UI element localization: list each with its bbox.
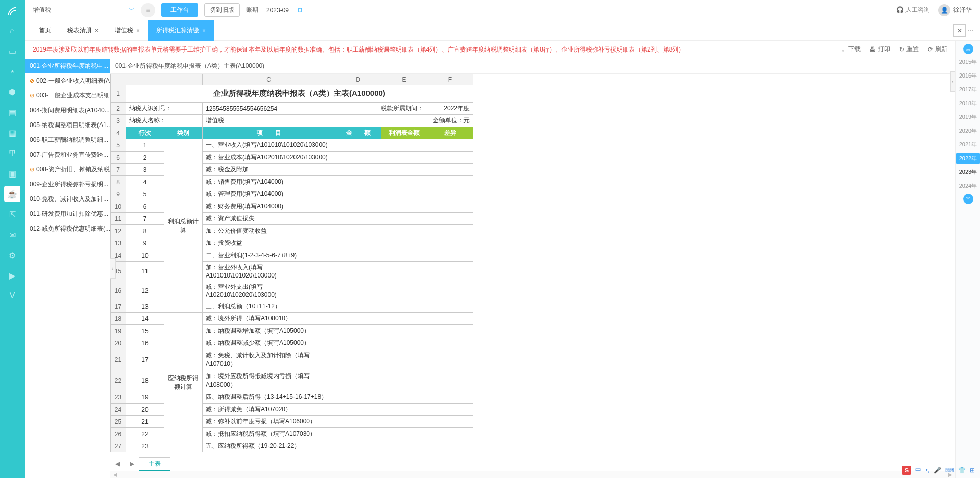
period-value[interactable]: 2023-09 (266, 7, 289, 14)
collapse-left-icon[interactable]: ‹ (110, 258, 116, 279)
close-icon[interactable]: × (95, 27, 99, 34)
rail-export-icon[interactable]: ⇱ (4, 206, 20, 222)
collapse-right-icon[interactable]: › (950, 71, 955, 92)
close-icon[interactable]: × (202, 27, 206, 34)
year-2022年[interactable]: 2022年 (956, 153, 980, 164)
ime-skin-icon[interactable]: 👕 (958, 467, 966, 474)
workbench-button[interactable]: 工作台 (161, 3, 198, 17)
rail-chart-icon[interactable]: ⭑ (4, 63, 20, 80)
year-up-icon[interactable]: ︽ (963, 44, 973, 54)
form-nav-item[interactable]: 011-研发费用加计扣除优惠... (24, 207, 110, 221)
rail-grid-icon[interactable]: ▣ (4, 165, 20, 182)
year-2020年[interactable]: 2020年 (956, 125, 980, 137)
year-2015年[interactable]: 2015年 (956, 56, 980, 68)
toolbar: ⭳ 下载 🖶 打印 ↻ 重置 ⟳ 刷新 (840, 45, 947, 54)
close-icon[interactable]: × (136, 27, 140, 34)
form-nav-item[interactable]: ⊘008-资产折旧、摊销及纳税... (24, 162, 110, 177)
tab-增值税[interactable]: 增值税× (107, 20, 148, 41)
rail-bag-icon[interactable]: ⬢ (4, 84, 20, 100)
ime-punct-icon[interactable]: •, (925, 467, 929, 474)
form-nav-item[interactable]: ⊘003-一般企业成本支出明细... (24, 88, 110, 103)
rail-file-icon[interactable]: ▤ (4, 104, 20, 120)
rail-v-icon[interactable]: V (4, 288, 20, 304)
app-logo-icon (5, 4, 19, 18)
ime-lang[interactable]: 中 (915, 466, 921, 475)
form-nav-item[interactable]: 001-企业所得税年度纳税申... (24, 59, 110, 73)
grid-scroll[interactable]: CDEF1企业所得税年度纳税申报表（A类）主表(A100000)2纳税人识别号：… (110, 74, 955, 456)
spreadsheet-grid: CDEF1企业所得税年度纳税申报表（A类）主表(A100000)2纳税人识别号：… (110, 74, 473, 452)
avatar-icon: 👤 (938, 4, 950, 16)
warn-icon: ⊘ (30, 166, 34, 173)
refresh-button[interactable]: ⟳ 刷新 (928, 45, 947, 54)
ime-grid-icon[interactable]: ⊞ (970, 467, 975, 474)
print-button[interactable]: 🖶 打印 (870, 45, 890, 54)
rail-tax-icon[interactable]: ☕ (4, 186, 20, 202)
calendar-icon[interactable]: 🗓 (297, 7, 303, 14)
period-label: 账期 (246, 6, 258, 14)
year-rail: ︽ 2015年2016年2017年2018年2019年2020年2021年202… (955, 41, 980, 478)
sogou-icon[interactable]: S (902, 466, 911, 475)
close-all-tabs-button[interactable]: ✕ (953, 24, 966, 37)
tab-首页[interactable]: 首页 (31, 20, 59, 41)
rail-doc-icon[interactable]: ▭ (4, 43, 20, 59)
rail-mail-icon[interactable]: ✉ (4, 227, 20, 243)
form-nav-item[interactable]: ⊘002-一般企业收入明细表(A1... (24, 73, 110, 88)
rail-calc-icon[interactable]: ▦ (4, 124, 20, 141)
sheet-prev-icon[interactable]: ◀ (110, 460, 125, 467)
year-down-icon[interactable]: ︾ (963, 194, 973, 204)
year-2023年[interactable]: 2023年 (956, 166, 980, 178)
year-2016年[interactable]: 2016年 (956, 70, 980, 82)
rail-t-icon[interactable]: Ͳ (4, 145, 20, 161)
hscroll[interactable]: ◀▶ (110, 471, 955, 478)
sheet-area: ‹ 001-企业所得税年度纳税申报表（A类）主表(A100000) CDEF1企… (110, 59, 955, 478)
tabs-more-icon[interactable]: ⋯ (968, 27, 974, 34)
warn-icon: ⊘ (30, 78, 34, 84)
rail-settings-icon[interactable]: ⚙ (4, 247, 20, 263)
warn-icon: ⊘ (30, 92, 34, 99)
rail-home-icon[interactable]: ⌂ (4, 22, 20, 39)
year-2021年[interactable]: 2021年 (956, 139, 980, 150)
user-name: 徐泽华 (953, 6, 972, 14)
switch-old-button[interactable]: 切到旧版 (204, 3, 240, 17)
sheet-tab-main[interactable]: 主表 (139, 457, 170, 471)
form-nav-item[interactable]: 004-期间费用明细表(A1040... (24, 103, 110, 118)
form-nav-item[interactable]: 009-企业所得税弥补亏损明... (24, 177, 110, 192)
year-2018年[interactable]: 2018年 (956, 97, 980, 109)
tab-税表清册[interactable]: 税表清册× (59, 20, 107, 41)
form-nav-item[interactable]: 006-职工薪酬纳税调整明细... (24, 133, 110, 147)
chevron-down-icon: ﹀ (129, 6, 135, 14)
sheet-path: 001-企业所得税年度纳税申报表（A类）主表(A100000) (110, 59, 955, 74)
year-2024年[interactable]: 2024年 (956, 180, 980, 192)
form-nav-item[interactable]: 007-广告费和业务宣传费跨... (24, 147, 110, 162)
sheet-tabs: ◀ ▶ 主表 (110, 456, 955, 471)
rail-video-icon[interactable]: ▶ (4, 267, 20, 284)
support-link[interactable]: 🎧 人工咨询 (896, 6, 930, 14)
left-rail: ⌂ ▭ ⭑ ⬢ ▤ ▦ Ͳ ▣ ☕ ⇱ ✉ ⚙ ▶ V (0, 0, 24, 478)
list-icon[interactable]: ≡ (141, 3, 155, 17)
ime-keyboard-icon[interactable]: ⌨ (945, 467, 954, 474)
org-selector[interactable]: 增值税 ﹀ (33, 6, 135, 14)
sheet-next-icon[interactable]: ▶ (125, 460, 139, 467)
form-nav-item[interactable]: 010-免税、减计收入及加计... (24, 192, 110, 207)
year-2017年[interactable]: 2017年 (956, 84, 980, 95)
topbar: 增值税 ﹀ ≡ 工作台 切到旧版 账期 2023-09 🗓 🎧 人工咨询 👤 徐… (24, 0, 980, 20)
ime-mic-icon[interactable]: 🎤 (934, 467, 941, 474)
warning-text: 2019年度涉及取以前年度结转数据的申报表单元格需要手工维护正确，才能保证本年及… (33, 45, 832, 55)
reset-button[interactable]: ↻ 重置 (899, 45, 919, 54)
year-2019年[interactable]: 2019年 (956, 111, 980, 123)
form-nav: 001-企业所得税年度纳税申...⊘002-一般企业收入明细表(A1...⊘00… (24, 59, 110, 478)
download-button[interactable]: ⭳ 下载 (840, 45, 861, 54)
tab-所得税汇算清缴[interactable]: 所得税汇算清缴× (148, 20, 214, 41)
page-tabs: 首页税表清册×增值税×所得税汇算清缴× ✕ ⋯ (24, 20, 980, 41)
form-nav-item[interactable]: 012-减免所得税优惠明细表(... (24, 221, 110, 236)
user-menu[interactable]: 👤 徐泽华 (938, 4, 972, 16)
form-nav-item[interactable]: 005-纳税调整项目明细表(A1... (24, 118, 110, 133)
org-name: 增值税 (33, 6, 51, 14)
ime-bar: S 中 •, 🎤 ⌨ 👕 ⊞ (902, 466, 975, 475)
